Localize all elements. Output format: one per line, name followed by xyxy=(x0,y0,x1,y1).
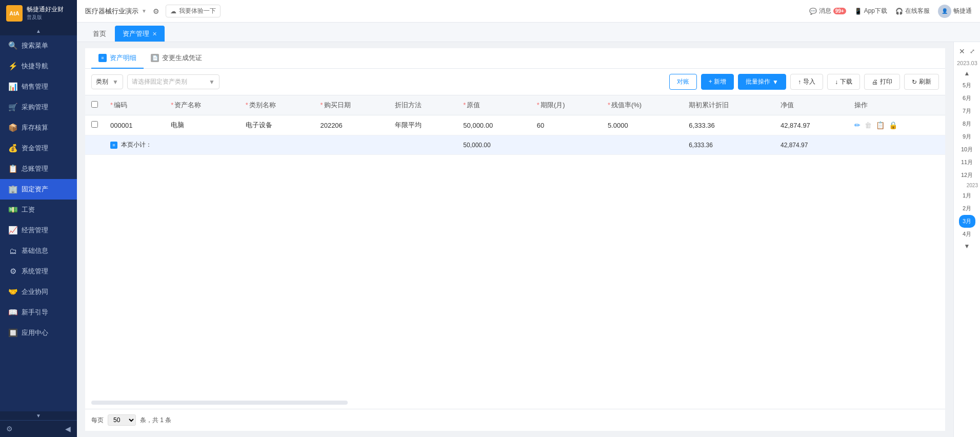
sidebar-item-system[interactable]: ⚙ 系统管理 xyxy=(0,261,77,282)
month-item-1[interactable]: 1月 xyxy=(954,189,980,202)
sidebar-item-search[interactable]: 🔍 搜索菜单 xyxy=(0,35,77,56)
refresh-icon: ↻ xyxy=(912,78,917,86)
logo-icon: AtA xyxy=(6,5,23,22)
message-button[interactable]: 💬 消息 99+ xyxy=(809,7,846,15)
copy-icon[interactable]: 📋 xyxy=(876,121,885,129)
month-item-6[interactable]: 6月 xyxy=(954,92,980,105)
sidebar-item-newguide[interactable]: 📖 新手引导 xyxy=(0,302,77,323)
sidebar-item-sales[interactable]: 📊 销售管理 xyxy=(0,76,77,97)
message-icon: 💬 xyxy=(809,8,817,15)
month-item-7[interactable]: 7月 xyxy=(954,105,980,117)
row-checkbox-cell xyxy=(85,115,104,135)
sidebar-item-label: 库存核算 xyxy=(22,123,48,132)
subtab-asset-detail-label: 资产明细 xyxy=(110,53,136,63)
download-icon: ↓ xyxy=(835,78,838,86)
panel-expand-button[interactable]: ⤢ xyxy=(968,47,977,56)
sidebar-item-label: 资金管理 xyxy=(22,144,48,153)
page-size-select[interactable]: 50 10 20 100 xyxy=(108,414,136,426)
appcenter-icon: 🔲 xyxy=(8,328,17,337)
batch-button[interactable]: 批量操作 ▼ xyxy=(738,74,786,90)
import-label: 导入 xyxy=(803,77,815,86)
settings-icon[interactable]: ⚙ xyxy=(6,425,13,433)
service-button[interactable]: 🎧 在线客服 xyxy=(895,7,930,15)
category-filter-input[interactable]: 请选择固定资产类别 ▼ xyxy=(127,74,219,89)
sidebar-item-funds[interactable]: 💰 资金管理 xyxy=(0,138,77,158)
collapse-icon[interactable]: ◀ xyxy=(65,425,71,433)
tab-close-icon[interactable]: ✕ xyxy=(152,31,157,37)
print-button[interactable]: 🖨 打印 xyxy=(864,74,900,90)
subtab-asset-detail[interactable]: ≡ 资产明细 xyxy=(91,48,144,69)
user-button[interactable]: 👤 畅捷通 xyxy=(938,5,972,18)
month-item-4[interactable]: 4月 xyxy=(954,228,980,241)
refresh-button[interactable]: ↻ 刷新 xyxy=(904,74,939,90)
month-item-9[interactable]: 9月 xyxy=(954,130,980,143)
tab-home[interactable]: 首页 xyxy=(85,26,114,42)
sidebar-item-appcenter[interactable]: 🔲 应用中心 xyxy=(0,323,77,343)
operations-icon: 📈 xyxy=(8,226,17,235)
row-name: 电脑 xyxy=(165,115,239,135)
sidebar-item-basicinfo[interactable]: 🗂 基础信息 xyxy=(0,241,77,261)
download-button[interactable]: ↓ 下载 xyxy=(827,74,860,90)
tab-asset[interactable]: 资产管理 ✕ xyxy=(115,26,165,42)
sidebar-item-inventory[interactable]: 📦 库存核算 xyxy=(0,117,77,138)
col-net-value: 净值 xyxy=(774,95,848,115)
panel-down-arrow[interactable]: ▼ xyxy=(962,241,972,252)
edit-icon[interactable]: ✏ xyxy=(854,121,861,129)
topbar: 医疗器械行业演示 ▼ ⚙ ☁ 我要体验一下 💬 消息 99+ 📱 App下载 🎧… xyxy=(77,0,980,23)
download-label: 下载 xyxy=(840,77,852,86)
month-item-2[interactable]: 2月 xyxy=(954,202,980,215)
sidebar-item-payroll[interactable]: 💵 工资 xyxy=(0,200,77,220)
sidebar-item-ledger[interactable]: 📋 总账管理 xyxy=(0,158,77,179)
row-accumulated-depreciation: 6,333.36 xyxy=(683,115,774,135)
month-item-12[interactable]: 12月 xyxy=(954,169,980,182)
print-label: 打印 xyxy=(880,77,892,86)
lock-icon[interactable]: 🔒 xyxy=(889,121,897,129)
sidebar-scroll-up[interactable]: ▲ xyxy=(0,27,77,35)
select-all-checkbox[interactable] xyxy=(91,101,98,108)
month-item-3-active[interactable]: 3月 xyxy=(959,215,975,228)
chevron-down-icon: ▼ xyxy=(142,8,147,14)
row-depreciation-method: 年限平均 xyxy=(389,115,457,135)
panel-up-arrow[interactable]: ▲ xyxy=(962,68,972,79)
subtab-change-voucher[interactable]: 📄 变更生成凭证 xyxy=(144,48,209,69)
month-item-10[interactable]: 10月 xyxy=(954,143,980,156)
subtotal-net-value: 42,874.97 xyxy=(774,135,848,155)
sidebar-item-operations[interactable]: 📈 经营管理 xyxy=(0,220,77,241)
sidebar: AtA 畅捷通好业财 普及版 ▲ 🔍 搜索菜单 ⚡ 快捷导航 📊 销售管理 🛒 … xyxy=(0,0,77,437)
topbar-right: 💬 消息 99+ 📱 App下载 🎧 在线客服 👤 畅捷通 xyxy=(809,5,972,18)
subtotal-accumulated-depreciation: 6,333.36 xyxy=(683,135,774,155)
account-button[interactable]: 对账 xyxy=(669,74,697,90)
sidebar-item-purchase[interactable]: 🛒 采购管理 xyxy=(0,97,77,117)
subtab-change-voucher-label: 变更生成凭证 xyxy=(162,53,202,63)
month-item-5[interactable]: 5月 xyxy=(954,79,980,92)
sidebar-bottom: ⚙ ◀ xyxy=(0,420,77,437)
import-button[interactable]: ↑ 导入 xyxy=(790,74,823,90)
asset-detail-icon: ≡ xyxy=(98,54,107,62)
panel-close-button[interactable]: ✕ xyxy=(957,46,967,56)
sidebar-item-quicknav[interactable]: ⚡ 快捷导航 xyxy=(0,56,77,76)
delete-icon[interactable]: 🗑 xyxy=(865,121,872,129)
tab-home-label: 首页 xyxy=(93,29,106,38)
basicinfo-icon: 🗂 xyxy=(8,247,17,255)
row-checkbox[interactable] xyxy=(91,121,98,128)
sidebar-item-label: 搜索菜单 xyxy=(22,41,48,50)
topbar-gear-icon[interactable]: ⚙ xyxy=(153,7,159,15)
horizontal-scrollbar[interactable] xyxy=(91,401,348,405)
sidebar-scroll-down[interactable]: ▼ xyxy=(0,411,77,420)
newguide-icon: 📖 xyxy=(8,308,17,317)
sidebar-item-label: 工资 xyxy=(22,205,35,214)
main-wrapper: 医疗器械行业演示 ▼ ⚙ ☁ 我要体验一下 💬 消息 99+ 📱 App下载 🎧… xyxy=(77,0,980,437)
experience-button[interactable]: ☁ 我要体验一下 xyxy=(166,5,221,17)
month-item-11[interactable]: 11月 xyxy=(954,156,980,169)
row-residual-rate: 5.0000 xyxy=(602,115,683,135)
month-item-8[interactable]: 8月 xyxy=(954,117,980,130)
add-button[interactable]: + 新增 xyxy=(701,74,734,90)
col-name: *资产名称 xyxy=(165,95,239,115)
category-filter-select[interactable]: 类别 ▼ xyxy=(91,74,123,89)
category-filter-placeholder: 请选择固定资产类别 xyxy=(132,77,187,86)
sidebar-item-enterprise[interactable]: 🤝 企业协同 xyxy=(0,282,77,302)
app-download-button[interactable]: 📱 App下载 xyxy=(854,7,887,15)
col-depreciation-method: 折旧方法 xyxy=(389,95,457,115)
sidebar-item-fixed[interactable]: 🏢 固定资产 xyxy=(0,179,77,200)
batch-label: 批量操作 xyxy=(746,77,770,86)
